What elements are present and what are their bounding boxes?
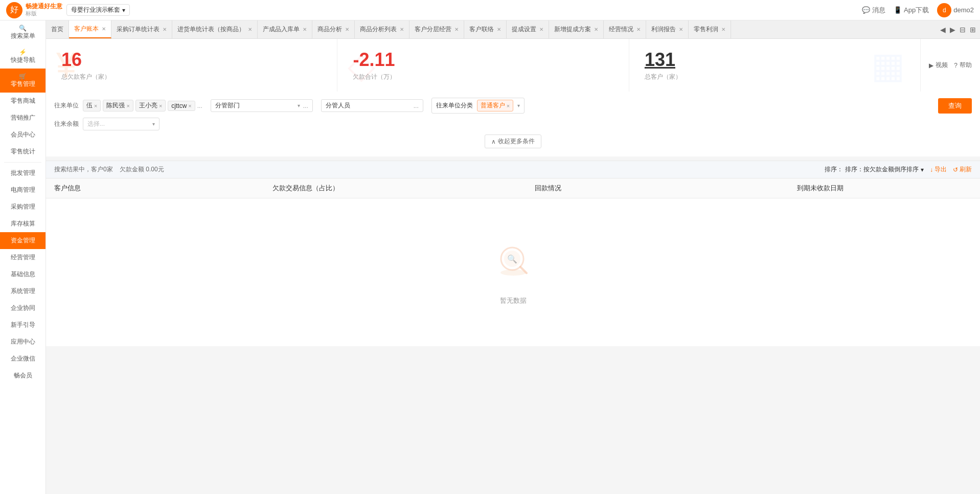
- filter-tag-chen-text: 陈民强: [106, 101, 125, 110]
- close-icon[interactable]: ✕: [400, 27, 404, 32]
- filter-tag-wu-close[interactable]: ×: [94, 103, 97, 109]
- close-icon[interactable]: ✕: [636, 27, 641, 32]
- sidebar-item-marketing[interactable]: 营销推广: [0, 109, 45, 126]
- tab-profit-report[interactable]: 利润报告 ✕: [646, 20, 689, 38]
- filter-tag-wang-close[interactable]: ×: [159, 103, 162, 109]
- col-header-payment: 回款情况: [535, 184, 797, 193]
- help-label: 帮助: [960, 61, 972, 70]
- user-menu[interactable]: d demo2: [937, 3, 974, 17]
- filter-normal-customer-close[interactable]: ×: [507, 103, 510, 109]
- sort-value: 排序：按欠款金额倒序排序: [845, 165, 919, 174]
- close-icon[interactable]: ✕: [454, 27, 459, 32]
- filter-tag-chen-close[interactable]: ×: [126, 103, 129, 109]
- tab-purchase-order[interactable]: 采购订单统计表 ✕: [111, 20, 172, 38]
- tab-retail-profit[interactable]: 零售利润 ✕: [689, 20, 731, 38]
- sidebar-item-retail-shop[interactable]: 零售商城: [0, 93, 45, 109]
- sidebar-item-inventory[interactable]: 库存核算: [0, 215, 45, 232]
- sidebar-item-search[interactable]: 🔍 搜索菜单: [0, 20, 45, 44]
- account-selector[interactable]: 母婴行业演示帐套 ▾: [66, 4, 130, 16]
- tab-purchase-stats[interactable]: 进货单统计表（按商品） ✕: [172, 20, 258, 38]
- tab-customer-ledger[interactable]: 客户账本 ✕: [69, 20, 111, 38]
- close-icon[interactable]: ✕: [497, 27, 501, 32]
- sidebar-item-members[interactable]: 会员中心: [0, 126, 45, 143]
- sidebar-item-wholesale[interactable]: 批发管理: [0, 165, 45, 182]
- bell-icon: 💬: [862, 6, 870, 14]
- sort-select[interactable]: 排序： 排序：按欠款金额倒序排序 ▾: [825, 165, 924, 174]
- result-bar: 搜索结果中，客户0家 欠款金额 0.00元 排序： 排序：按欠款金额倒序排序 ▾…: [46, 161, 980, 178]
- sidebar-item-app-center[interactable]: 应用中心: [0, 333, 45, 350]
- stat-label-total-customers: 总客户（家）: [645, 73, 681, 81]
- filter-normal-customer-text: 普通客户: [481, 101, 505, 110]
- stat-debt-customers: ¥ 16 总欠款客户（家）: [46, 39, 337, 92]
- col-header-customer: 客户信息: [54, 184, 272, 193]
- sidebar-newbie-label: 新手引导: [0, 321, 45, 329]
- close-icon[interactable]: ✕: [102, 26, 106, 32]
- tab-scroll-right-icon[interactable]: ▶: [950, 26, 955, 34]
- sidebar-operations-label: 经营管理: [0, 253, 45, 262]
- refresh-button[interactable]: ↺ 刷新: [953, 165, 972, 174]
- sidebar-search-label: 搜索菜单: [0, 32, 45, 40]
- messages-button[interactable]: 💬 消息: [862, 6, 885, 15]
- sidebar-item-retail-stats[interactable]: 零售统计: [0, 143, 45, 160]
- tab-customer-contact[interactable]: 客户联络 ✕: [464, 20, 507, 38]
- close-icon[interactable]: ✕: [163, 27, 167, 32]
- tab-business-status[interactable]: 经营情况 ✕: [604, 20, 646, 38]
- sidebar-item-vip[interactable]: 畅会员: [0, 367, 45, 384]
- sidebar-item-operations[interactable]: 经营管理: [0, 249, 45, 266]
- empty-text: 暂无数据: [500, 296, 527, 305]
- tab-production[interactable]: 产成品入库单 ✕: [258, 20, 312, 38]
- close-icon[interactable]: ✕: [303, 27, 307, 32]
- filter-unit-class-select[interactable]: 往来单位分类 普通客户 × ▾: [431, 98, 525, 114]
- refresh-label: 刷新: [960, 165, 972, 174]
- logo-area: 好 畅捷通好生意 标版: [6, 2, 62, 18]
- sidebar-basic-info-label: 基础信息: [0, 270, 45, 279]
- sidebar-item-wechat[interactable]: 企业微信: [0, 350, 45, 367]
- close-icon[interactable]: ✕: [721, 27, 725, 32]
- tab-minimize-icon[interactable]: ⊟: [960, 26, 966, 34]
- close-icon[interactable]: ✕: [539, 27, 543, 32]
- tab-customer-tier[interactable]: 客户分层经营 ✕: [409, 20, 464, 38]
- video-help-button[interactable]: ▶ 视频: [929, 61, 948, 70]
- close-icon[interactable]: ✕: [679, 27, 683, 32]
- close-icon[interactable]: ✕: [345, 27, 349, 32]
- tab-expand-icon[interactable]: ⊞: [970, 26, 976, 34]
- filter-person-label: 分管人员: [326, 101, 350, 110]
- filter-person-select[interactable]: 分管人员 ...: [321, 99, 423, 112]
- app-download-button[interactable]: 📱 App下载: [894, 6, 929, 15]
- close-icon[interactable]: ✕: [594, 27, 598, 32]
- filter-more-units[interactable]: ...: [197, 102, 202, 109]
- result-debt: 欠款金额 0.00元: [120, 166, 164, 173]
- export-button[interactable]: ↓ 导出: [930, 165, 947, 174]
- filter-tag-wang-text: 王小亮: [139, 101, 157, 110]
- filter-tag-wu-text: 伍: [86, 101, 93, 110]
- sidebar-item-purchasing[interactable]: 采购管理: [0, 198, 45, 215]
- filter-dept-select[interactable]: 分管部门 ▾ ...: [211, 99, 313, 112]
- close-icon[interactable]: ✕: [248, 27, 252, 32]
- sidebar-item-newbie[interactable]: 新手引导: [0, 317, 45, 333]
- tab-goods-analysis-list[interactable]: 商品分析列表 ✕: [355, 20, 409, 38]
- filter-balance-select[interactable]: 选择... ▾: [83, 118, 159, 130]
- tab-commission-settings[interactable]: 提成设置 ✕: [507, 20, 549, 38]
- sidebar-item-finance[interactable]: 资金管理: [0, 232, 45, 249]
- sidebar-ecommerce-label: 电商管理: [0, 186, 45, 194]
- tab-goods-analysis[interactable]: 商品分析 ✕: [312, 20, 355, 38]
- sidebar-item-basic-info[interactable]: 基础信息: [0, 266, 45, 283]
- help-button[interactable]: ? 帮助: [954, 61, 972, 70]
- sidebar-item-system[interactable]: 系统管理: [0, 283, 45, 300]
- collapse-button[interactable]: ∧ 收起更多条件: [485, 134, 541, 148]
- tab-scroll-left-icon[interactable]: ◀: [940, 26, 946, 34]
- sidebar-app-center-label: 应用中心: [0, 338, 45, 346]
- sidebar-item-collaboration[interactable]: 企业协同: [0, 300, 45, 317]
- filter-person-more[interactable]: ...: [414, 102, 419, 109]
- sidebar-item-retail[interactable]: 🛒 零售管理: [0, 69, 45, 93]
- filter-tag-cjttcw-close[interactable]: ×: [188, 103, 191, 109]
- filter-dept-more[interactable]: ...: [303, 102, 308, 109]
- sidebar-item-ecommerce[interactable]: 电商管理: [0, 182, 45, 198]
- sidebar-item-quicknav[interactable]: ⚡ 快捷导航: [0, 44, 45, 69]
- filter-dept-label: 分管部门: [215, 101, 240, 110]
- query-button[interactable]: 查询: [938, 98, 972, 114]
- tab-new-commission[interactable]: 新增提成方案 ✕: [549, 20, 604, 38]
- table-header: 客户信息 欠款交易信息（占比） 回款情况 到期未收款日期: [46, 178, 980, 198]
- tab-home[interactable]: 首页: [46, 20, 69, 38]
- search-icon: 🔍: [0, 25, 45, 32]
